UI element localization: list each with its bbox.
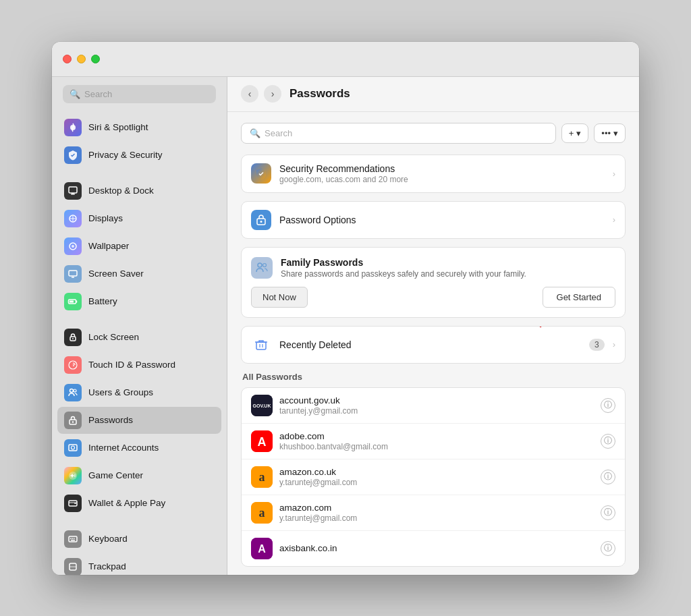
siri-icon: [64, 119, 82, 136]
password-options-row[interactable]: Password Options ›: [242, 202, 625, 238]
traffic-lights: [63, 55, 100, 63]
svg-rect-24: [70, 538, 72, 539]
sidebar-item-privacy[interactable]: Privacy & Security: [57, 142, 221, 169]
security-content: Security Recommendations google.com, uca…: [279, 163, 605, 184]
password-email: y.taruntej@gmail.com: [279, 478, 594, 487]
svg-rect-27: [71, 540, 75, 541]
pane-search-row: 🔍 + ▾ ••• ▾: [241, 123, 626, 144]
pane-header: ‹ › Passwords: [227, 77, 639, 112]
sidebar-item-wallpaper[interactable]: Wallpaper: [57, 233, 221, 260]
back-button[interactable]: ‹: [241, 85, 258, 103]
security-subtitle: google.com, ucas.com and 20 more: [279, 175, 605, 184]
svg-rect-35: [256, 342, 266, 349]
sidebar-item-keyboard[interactable]: Keyboard: [57, 526, 221, 553]
password-item-axisbank[interactable]: A axisbank.co.in ⓘ: [242, 531, 625, 566]
sidebar-item-label: Internet Accounts: [88, 443, 159, 453]
displays-icon: [64, 210, 82, 227]
gamecenter-icon: [64, 467, 82, 484]
passwords-icon: [64, 412, 82, 429]
sidebar-item-label: Keyboard: [88, 534, 128, 544]
security-title: Security Recommendations: [279, 163, 605, 174]
passwords-list-card: GOV.UK account.gov.uk taruntej.y@gmail.c…: [241, 387, 626, 567]
screensaver-icon: [64, 265, 82, 283]
password-email: y.taruntej@gmail.com: [279, 513, 594, 523]
pane-search-box[interactable]: 🔍: [241, 123, 556, 144]
password-options-card[interactable]: Password Options ›: [241, 201, 626, 239]
password-item-adobe[interactable]: A adobe.com khushboo.bantval@gmail.com ⓘ: [242, 424, 625, 459]
keyboard-icon: [64, 530, 82, 548]
family-buttons: Not Now Get Started: [251, 287, 615, 308]
svg-point-17: [72, 446, 75, 449]
svg-rect-1: [69, 187, 77, 193]
sidebar-item-desktop[interactable]: Desktop & Dock: [57, 177, 221, 204]
recently-deleted-label: Recently Deleted: [279, 339, 581, 350]
sidebar-item-displays[interactable]: Displays: [57, 205, 221, 232]
family-desc: Share passwords and passkeys safely and …: [281, 269, 526, 279]
password-options-icon: [251, 210, 271, 230]
pane-search-input[interactable]: [265, 128, 547, 138]
sidebar-item-wallet[interactable]: Wallet & Apple Pay: [57, 490, 221, 517]
sidebar-item-label: Passwords: [88, 415, 133, 425]
sidebar-item-label: Desktop & Dock: [88, 186, 154, 196]
svg-text:a: a: [259, 506, 265, 520]
password-options-title: Password Options: [279, 215, 605, 225]
svg-point-15: [72, 421, 74, 422]
amazon-uk-info-button[interactable]: ⓘ: [601, 470, 615, 484]
govuk-info-button[interactable]: ⓘ: [601, 398, 615, 413]
sidebar-item-battery[interactable]: Battery: [57, 288, 221, 315]
sidebar-item-users[interactable]: Users & Groups: [57, 379, 221, 406]
minimize-button[interactable]: [77, 55, 86, 63]
family-header: Family Passwords Share passwords and pas…: [251, 257, 615, 279]
wallet-icon: [64, 495, 82, 512]
sidebar-item-internet[interactable]: Internet Accounts: [57, 435, 221, 461]
password-domain: account.gov.uk: [279, 395, 594, 405]
get-started-button[interactable]: Get Started: [543, 287, 615, 308]
password-item-govuk[interactable]: GOV.UK account.gov.uk taruntej.y@gmail.c…: [242, 388, 625, 424]
sidebar-item-screensaver[interactable]: Screen Saver: [57, 260, 221, 287]
not-now-button[interactable]: Not Now: [251, 287, 308, 308]
svg-point-34: [263, 263, 267, 267]
forward-button[interactable]: ›: [264, 85, 281, 103]
axisbank-info-button[interactable]: ⓘ: [601, 541, 615, 556]
password-item-amazon-uk[interactable]: a amazon.co.uk y.taruntej@gmail.com ⓘ: [242, 459, 625, 495]
adobe-info-button[interactable]: ⓘ: [601, 434, 615, 449]
security-row[interactable]: Security Recommendations google.com, uca…: [242, 155, 625, 192]
svg-point-19: [74, 474, 76, 476]
security-chevron: ›: [613, 169, 615, 179]
lockscreen-icon: [64, 329, 82, 346]
password-item-amazon-com[interactable]: a amazon.com y.taruntej@gmail.com ⓘ: [242, 495, 625, 531]
touchid-icon: [64, 356, 82, 374]
sidebar-item-label: Game Center: [88, 470, 143, 480]
more-button[interactable]: ••• ▾: [594, 123, 626, 143]
desktop-icon: [64, 182, 82, 200]
sidebar-item-touchid[interactable]: Touch ID & Password: [57, 352, 221, 379]
svg-rect-23: [69, 536, 77, 542]
window: 🔍 Search Siri & Spotlight: [52, 42, 639, 575]
svg-text:a: a: [259, 470, 265, 484]
titlebar: [52, 42, 639, 77]
close-button[interactable]: [63, 55, 72, 63]
recently-deleted-card[interactable]: Recently Deleted 3 ›: [241, 326, 626, 364]
axisbank-icon: A: [251, 538, 273, 559]
family-title: Family Passwords: [281, 257, 526, 268]
password-content-adobe: adobe.com khushboo.bantval@gmail.com: [279, 431, 594, 451]
sidebar-item-siri[interactable]: Siri & Spotlight: [57, 114, 221, 141]
sidebar-item-trackpad[interactable]: Trackpad: [57, 553, 221, 575]
svg-rect-16: [69, 445, 77, 451]
sidebar-items-list: Siri & Spotlight Privacy & Security: [52, 111, 227, 575]
sidebar-item-gamecenter[interactable]: Game Center: [57, 462, 221, 489]
amazon-com-icon: a: [251, 502, 273, 524]
security-recommendations-card[interactable]: Security Recommendations google.com, uca…: [241, 155, 626, 193]
sidebar-search-box[interactable]: 🔍 Search: [63, 85, 216, 103]
sidebar-item-lockscreen[interactable]: Lock Screen: [57, 324, 221, 351]
sidebar-item-passwords[interactable]: Passwords: [57, 407, 221, 434]
sidebar-item-label: Displays: [88, 213, 123, 223]
recently-deleted-row[interactable]: Recently Deleted 3 ›: [242, 327, 625, 363]
maximize-button[interactable]: [91, 55, 100, 63]
family-passwords-card: Family Passwords Share passwords and pas…: [241, 247, 626, 318]
recently-deleted-chevron: ›: [613, 339, 615, 349]
sidebar: 🔍 Search Siri & Spotlight: [52, 77, 227, 575]
sidebar-search-container[interactable]: 🔍 Search: [52, 77, 227, 111]
add-button[interactable]: + ▾: [561, 123, 589, 143]
amazon-com-info-button[interactable]: ⓘ: [601, 505, 615, 520]
